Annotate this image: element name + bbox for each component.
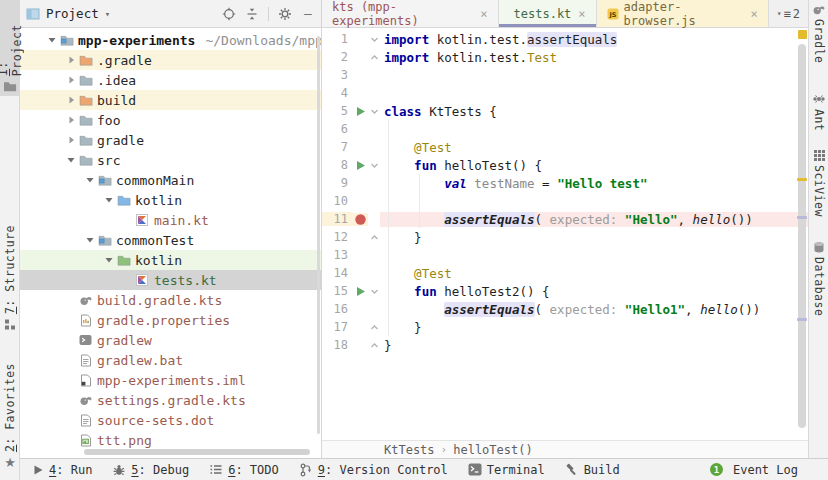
settings-button[interactable] — [278, 7, 292, 21]
tree-row-kotlin[interactable]: kotlin — [20, 190, 321, 210]
toolwindow-button-favorites[interactable]: 2: Favorites★ — [0, 350, 20, 472]
error-stripe-mark[interactable] — [797, 318, 807, 321]
chevron-right-icon[interactable] — [63, 52, 79, 68]
code-line-10[interactable]: 10 — [322, 192, 808, 210]
code-line-18[interactable]: 18} — [322, 336, 808, 354]
chevron-right-icon[interactable] — [63, 92, 79, 108]
fold-down-icon[interactable] — [368, 161, 380, 170]
code-line-13[interactable]: 13 — [322, 246, 808, 264]
code-line-11[interactable]: 11 assertEquals( expected: "Hello", hell… — [322, 210, 808, 228]
close-icon[interactable]: × — [750, 7, 757, 21]
code-line-14[interactable]: 14 @Test — [322, 264, 808, 282]
tree-horizontal-scrollbar[interactable] — [84, 449, 310, 455]
run-test-icon[interactable] — [352, 285, 368, 298]
editor-tab-adapter-browser.js[interactable]: JSadapter-browser.js× — [597, 0, 769, 27]
toolwindow-button-ant[interactable]: Ant — [809, 92, 828, 142]
code-line-9[interactable]: 9 val testName = "Hello test" — [322, 174, 808, 192]
toolwindow-button-sciview[interactable]: SciView — [809, 148, 828, 230]
chevron-down-icon[interactable] — [63, 152, 79, 168]
editor-scrollbar-thumb[interactable] — [798, 44, 806, 428]
minimize-button[interactable]: — — [301, 7, 315, 21]
breadcrumb-item[interactable]: KtTests — [384, 443, 435, 457]
tree-row-settings.gradle.kts[interactable]: settings.gradle.kts — [20, 390, 321, 410]
run-test-icon[interactable] — [352, 159, 368, 172]
tree-row-src[interactable]: src — [20, 150, 321, 170]
tree-row-tests.kt[interactable]: tests.kt — [20, 270, 321, 290]
tree-row-gradle.properties[interactable]: gradle.properties — [20, 310, 321, 330]
statusbar-terminal[interactable]: Terminal — [468, 463, 545, 477]
inspections-indicator[interactable] — [798, 30, 807, 39]
editor-tab-kts--mpp-experiments-[interactable]: kts (mpp-experiments)× — [322, 0, 499, 27]
tree-row-main.kt[interactable]: main.kt — [20, 210, 321, 230]
chevron-down-icon[interactable] — [44, 32, 60, 48]
project-view-selector[interactable]: Project ▾ — [26, 6, 110, 21]
tree-vertical-scrollbar[interactable] — [317, 36, 320, 434]
fold-up-icon[interactable] — [368, 323, 380, 332]
editor-scrollbar[interactable] — [796, 28, 808, 440]
fold-up-icon[interactable] — [368, 53, 380, 62]
code-line-16[interactable]: 16 assertEquals( expected: "Hello1", hel… — [322, 300, 808, 318]
code-line-1[interactable]: 1import kotlin.test.assertEquals — [322, 30, 808, 48]
tree-row-ttt.png[interactable]: ttt.png — [20, 430, 321, 448]
fold-down-icon[interactable] — [368, 107, 380, 116]
chevron-down-icon[interactable] — [82, 232, 98, 248]
tree-row-mpp-experiments[interactable]: mpp-experiments~/Downloads/mpp-exp — [20, 30, 321, 50]
close-icon[interactable]: × — [480, 7, 487, 21]
chevron-down-icon[interactable] — [101, 192, 117, 208]
toolwindow-button-gradle[interactable]: Gradle — [809, 2, 828, 82]
tree-row-build.gradle.kts[interactable]: build.gradle.kts — [20, 290, 321, 310]
close-icon[interactable]: × — [578, 7, 585, 21]
error-stripe-mark[interactable] — [797, 216, 807, 219]
run-test-icon[interactable] — [352, 105, 368, 118]
tree-row-.gradle[interactable]: .gradle — [20, 50, 321, 70]
breakpoint-icon[interactable] — [352, 213, 368, 226]
toolwindow-button-structure[interactable]: 7: Structure — [0, 210, 20, 334]
code-line-3[interactable]: 3 — [322, 66, 808, 84]
tree-row-gradlew[interactable]: gradlew — [20, 330, 321, 350]
fold-up-icon[interactable] — [368, 233, 380, 242]
tree-row-commonMain[interactable]: commonMain — [20, 170, 321, 190]
chevron-right-icon[interactable] — [63, 72, 79, 88]
tree-row-source-sets.dot[interactable]: source-sets.dot — [20, 410, 321, 430]
fold-down-icon[interactable] — [368, 35, 380, 44]
chevron-right-icon[interactable] — [63, 112, 79, 128]
code-line-5[interactable]: 5class KtTests { — [322, 102, 808, 120]
collapse-button[interactable] — [245, 7, 259, 21]
fold-up-icon[interactable] — [368, 341, 380, 350]
fold-down-icon[interactable] — [368, 287, 380, 296]
editor-tab-tests.kt[interactable]: tests.kt× — [499, 0, 597, 27]
tree-row-commonTest[interactable]: commonTest — [20, 230, 321, 250]
code-line-17[interactable]: 17 } — [322, 318, 808, 336]
code-line-4[interactable]: 4 — [322, 84, 808, 102]
statusbar-run[interactable]: 4: Run — [32, 463, 92, 477]
tree-row-kotlin[interactable]: kotlin — [20, 250, 321, 270]
code-line-6[interactable]: 6 — [322, 120, 808, 138]
tree-row-gradlew.bat[interactable]: gradlew.bat — [20, 350, 321, 370]
locate-button[interactable] — [222, 7, 236, 21]
toolwindow-button-project[interactable]: 1: Project — [0, 0, 20, 96]
tree-row-mpp-experiments.iml[interactable]: mpp-experiments.iml — [20, 370, 321, 390]
tree-row-gradle[interactable]: gradle — [20, 130, 321, 150]
tree-row-foo[interactable]: foo — [20, 110, 321, 130]
tree-row-build[interactable]: build — [20, 90, 321, 110]
chevron-down-icon[interactable] — [101, 252, 117, 268]
project-tree[interactable]: mpp-experiments~/Downloads/mpp-exp.gradl… — [20, 30, 321, 448]
code-line-7[interactable]: 7 @Test — [322, 138, 808, 156]
statusbar-todo[interactable]: 6: TODO — [209, 463, 279, 477]
statusbar-debug[interactable]: 5: Debug — [112, 463, 189, 477]
chevron-down-icon[interactable] — [82, 172, 98, 188]
code-line-8[interactable]: 8 fun helloTest() { — [322, 156, 808, 174]
code-line-15[interactable]: 15 fun helloTest2() { — [322, 282, 808, 300]
error-stripe-mark[interactable] — [797, 178, 807, 181]
breadcrumb-item[interactable]: helloTest() — [453, 443, 532, 457]
statusbar-build[interactable]: Build — [565, 463, 620, 477]
code-line-12[interactable]: 12 } — [322, 228, 808, 246]
statusbar-event-log[interactable]: 1Event Log — [710, 463, 798, 477]
tab-list-dropdown[interactable]: ▾≡2 — [769, 0, 808, 27]
chevron-right-icon[interactable] — [63, 132, 79, 148]
tree-row-.idea[interactable]: .idea — [20, 70, 321, 90]
code-line-2[interactable]: 2import kotlin.test.Test — [322, 48, 808, 66]
toolwindow-button-database[interactable]: Database — [809, 240, 828, 332]
code-editor[interactable]: 1import kotlin.test.assertEquals2import … — [322, 28, 808, 440]
statusbar-version-control[interactable]: 9: Version Control — [299, 463, 448, 477]
